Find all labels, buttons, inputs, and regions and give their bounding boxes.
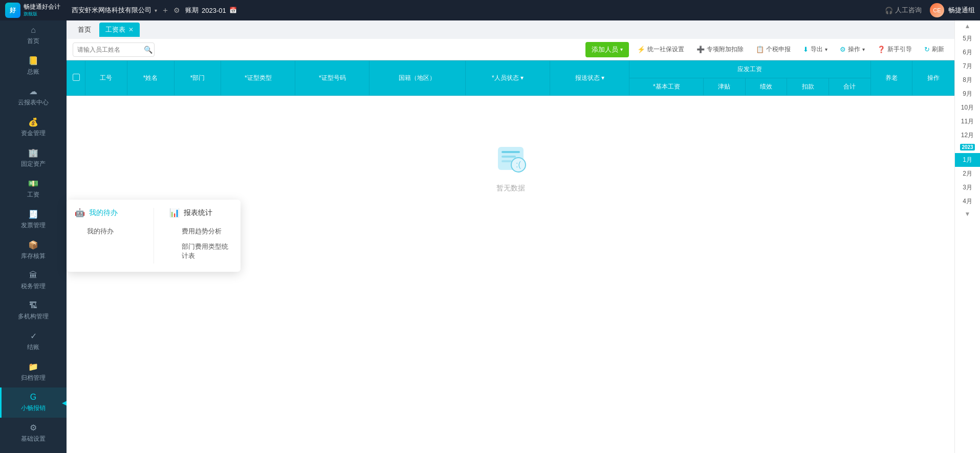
popup-col-stats-header: 📊 报表统计 (169, 208, 233, 218)
popup-col-stats: 📊 报表统计 费用趋势分析 部门费用类型统计表 (169, 208, 233, 264)
popup-item-todo[interactable]: 我的待办 (75, 224, 138, 239)
popup-col-todo-title: 我的待办 (89, 208, 118, 218)
popup-item-cost-trend[interactable]: 费用趋势分析 (169, 224, 233, 239)
popup-col-todo: 🤖 我的待办 我的待办 (75, 208, 138, 264)
popup-section: 🤖 我的待办 我的待办 📊 报表统计 费用趋势分析 部门费用类型统计表 (75, 208, 232, 264)
popup-divider (154, 208, 154, 264)
popup-overlay[interactable]: 🤖 我的待办 我的待办 📊 报表统计 费用趋势分析 部门费用类型统计表 (0, 0, 980, 453)
popup-menu: 🤖 我的待办 我的待办 📊 报表统计 费用趋势分析 部门费用类型统计表 (67, 200, 241, 272)
popup-col-todo-header: 🤖 我的待办 (75, 208, 138, 218)
todo-header-icon: 🤖 (75, 208, 85, 218)
popup-item-dept-stats[interactable]: 部门费用类型统计表 (169, 239, 233, 264)
stats-header-icon: 📊 (169, 208, 180, 218)
popup-col-stats-title: 报表统计 (184, 208, 212, 218)
